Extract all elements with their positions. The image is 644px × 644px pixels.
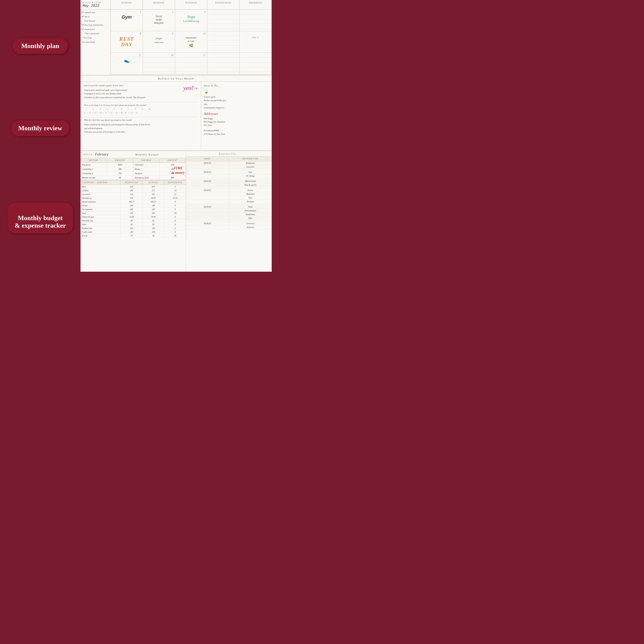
expense-row: Student loan1001000 <box>81 226 186 230</box>
expense-row: Doctor2002000 <box>81 204 186 208</box>
review-answer-3: I have achieved my main goals and manage… <box>84 123 197 134</box>
review-question-2: On a scale from 1 to 10, how do I feel a… <box>84 104 197 106</box>
cal-cell-16: 16 <box>143 53 175 74</box>
amount-col-header: AMOUNT <box>107 158 133 163</box>
recipe-text: 4 cloves garlic, Kosher salt and freshly… <box>204 95 269 110</box>
budget-section: MONTH February Monthly Budget INCOME AMO… <box>81 151 272 272</box>
time-is-money: TIMEis money <box>172 166 185 175</box>
note-item: ✗Buy Gym membership <box>82 24 109 27</box>
income-row-4: Website income 94 <box>81 176 133 180</box>
day-header-wed: WEDNESDAY <box>207 0 239 9</box>
cal-cell-12: Take it! <box>239 31 272 53</box>
svg-text:VI: VI <box>39 165 42 168</box>
svg-text:IX: IX <box>11 135 14 138</box>
expense-row: Credit cards2502500 <box>81 230 186 234</box>
income-row-2: Consulting 1 200 <box>81 167 133 171</box>
income-table: INCOME AMOUNT Paycheck 4050 Consulting 1… <box>81 158 133 180</box>
tracker-row: Wine <box>186 216 272 220</box>
cal-cell-5 <box>239 10 272 31</box>
svg-text:XII: XII <box>38 105 42 108</box>
right-panel: MONTH & YEAR May 2022 SUNDAY MONDAY TUES… <box>81 0 272 272</box>
tracker-row: Oil change <box>186 174 272 178</box>
expense-header-row: CATEGORY / EXPENSE BUDGETED ACTUAL DIFFE… <box>81 180 186 185</box>
cal-cell-11 <box>207 31 239 53</box>
tracker-row: 02/06/22 Groceries <box>186 222 272 225</box>
tracker-row: 02/04/22 Doctor <box>186 188 272 192</box>
budget-title: Monthly Budget <box>111 153 183 156</box>
expense-row: Personal care806911 <box>81 219 186 223</box>
expense-tracker-title: Expense Tra... <box>186 151 272 157</box>
savings-header-row: SAVINGS AMOUNT <box>133 158 186 163</box>
badge-monthly-review: Monthly review <box>11 120 69 136</box>
tracker-row: Wine & snacks <box>186 183 272 187</box>
day-header-tue: TUESDAY <box>175 0 207 9</box>
tracker-row: 02/01/22 Restaurant <box>186 161 272 165</box>
month-year-label: MONTH & YEAR <box>83 2 108 4</box>
budget-left-panel: MONTH February Monthly Budget INCOME AMO… <box>81 151 186 272</box>
tracker-row: Entertainment <box>186 209 272 213</box>
expense-tracker-header-row: DATE DESCRIPTION <box>186 157 272 161</box>
expense-row: Nails50500 <box>81 223 186 226</box>
review-right-panel: Ideas & No... 🍃 4 cloves garlic, Kosher … <box>201 82 272 150</box>
expense-row: Fitness & gym19.9919.990 <box>81 215 186 219</box>
day-header-mon: MONDAY <box>143 0 175 9</box>
note-item: ✗Opera house <box>82 28 109 31</box>
badge-monthly-budget: Monthly budget& expense tracker <box>8 203 73 233</box>
ideas-title: Ideas & No... <box>204 84 269 87</box>
review-section-title: Reflect on Your Month <box>81 75 272 82</box>
review-question-1: Did I reach this month's goals? If not, … <box>84 84 197 87</box>
note-item: See Anna Smith <box>82 41 109 44</box>
tracker-row: Medicines <box>186 192 272 196</box>
cal-cell-15: 15 👟 <box>111 53 143 74</box>
left-panel: XII VI IX III you were born to win, you … <box>0 0 81 272</box>
expense-row: Events704030 <box>81 234 186 238</box>
tracker-row: Toiletries <box>186 225 272 229</box>
yes-decoration: yes! ✦ <box>183 84 198 92</box>
scale-numbers: 123 456 789 10 <box>84 108 197 110</box>
calendar-sidebar-notes: ✗Spanish class ✗Spa at Four Seasons ✗Buy… <box>81 10 111 74</box>
expense-row: Dinning out16096.0763.93 <box>81 196 186 200</box>
tracker-row: Groceries <box>186 165 272 169</box>
calendar-grid: 1 Gym 2 Socialmediablog post 3 Yoga 9 am <box>111 10 272 74</box>
day-header-sun: SUNDAY <box>111 0 143 9</box>
budget-header: MONTH February Monthly Budget <box>81 151 186 158</box>
expense-row: Groceries31036723 <box>81 192 186 196</box>
note-item: ✗Spanish class <box>82 11 109 14</box>
expense-row: Utilities240273-33 <box>81 189 186 192</box>
address-1: Mia Briggs 853 Driggs Ave, Brooklyn NY 1… <box>204 117 269 127</box>
cal-cell-18 <box>207 53 239 74</box>
addresses-title: Addresses <box>204 112 269 116</box>
review-answer-1: I had a great month and made some improv… <box>84 88 197 99</box>
expense-row: Fuel150185-35 <box>81 211 186 215</box>
tracker-row: Steak house <box>186 213 272 216</box>
day-header-thu: THURSDAY <box>239 0 272 9</box>
month-year-cell: MONTH & YEAR May 2022 <box>81 0 111 9</box>
calendar-body: ✗Spanish class ✗Spa at Four Seasons ✗Buy… <box>81 10 272 74</box>
budget-content: MONTH February Monthly Budget INCOME AMO… <box>81 151 272 272</box>
review-question-3: Why do I feel this way about my progress… <box>84 119 197 121</box>
tracker-row: 02/05/22 Nails <box>186 205 272 209</box>
review-left-panel: Did I reach this month's goals? If not, … <box>81 82 201 150</box>
expense-row: Health insurance180.27180.270 <box>81 200 186 204</box>
income-row-3: Consulting 2 750 <box>81 171 133 176</box>
cal-cell-10: 10 Nutritionistat 5 pm 🌿 <box>175 31 207 53</box>
calendar-header: MONTH & YEAR May 2022 SUNDAY MONDAY TUES… <box>81 0 272 10</box>
monthly-review-section: Reflect on Your Month Did I reach this m… <box>81 75 272 151</box>
badge-monthly-plan: Monthly plan <box>13 38 68 54</box>
address-2: Dr Sullivan BHMC 25 N Moore St, New York <box>204 129 269 136</box>
cal-cell-17: 17 <box>175 53 207 74</box>
expense-row: Rent6246240 <box>81 185 186 189</box>
cal-cell-3: 3 Yoga 9 am OBM meeting <box>175 10 207 31</box>
budget-month-value: February <box>95 152 108 156</box>
tracker-row: 02/03/22 Milk & bread <box>186 179 272 183</box>
note-item: Four Seasons <box>85 20 109 23</box>
expense-tracker-panel: Expense Tra... DATE DESCRIPTION 02/01/22… <box>186 151 272 272</box>
tracker-row: 02/02/22 Fuel <box>186 170 272 174</box>
cal-cell-19 <box>239 53 272 74</box>
income-header-row: INCOME AMOUNT <box>81 158 133 163</box>
review-content: Did I reach this month's goals? If not, … <box>81 82 272 150</box>
cal-cell-4 <box>207 10 239 31</box>
cal-cell-1: 1 Gym <box>111 10 143 31</box>
income-col-header: INCOME <box>81 158 107 163</box>
month-year-value: May 2022 <box>83 4 108 8</box>
